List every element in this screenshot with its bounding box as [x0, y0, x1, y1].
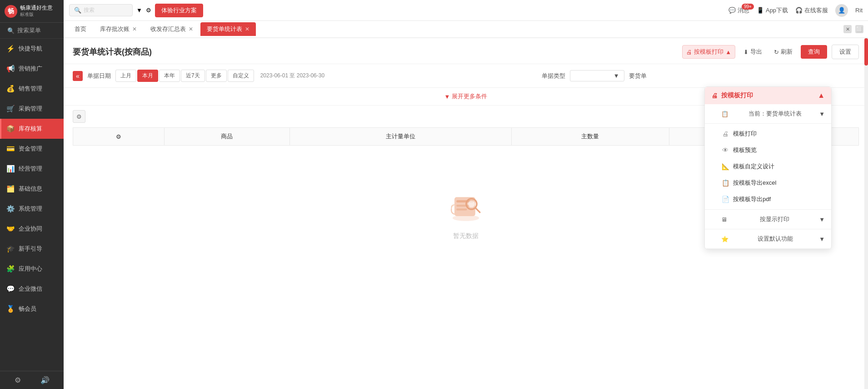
sidebar-item-member[interactable]: 🏅 畅会员	[0, 299, 64, 319]
maximize-window-button[interactable]: ⬜	[855, 25, 863, 33]
sidebar-item-marketing[interactable]: 📢 营销推广	[0, 59, 64, 79]
nav-label-finance: 资金管理	[19, 145, 42, 153]
header-dropdown-icon[interactable]: ▼	[136, 7, 142, 14]
settings-button[interactable]: 设置	[832, 45, 859, 59]
print-dropdown-chevron: ▲	[818, 91, 825, 100]
sidebar-item-inventory[interactable]: 📦 库存核算	[0, 119, 64, 139]
gear-icon: ⚙	[76, 113, 82, 120]
date-filter-last_7_days[interactable]: 近7天	[181, 70, 205, 82]
print-item-template_print[interactable]: 🖨 模板打印	[705, 126, 831, 142]
sidebar-item-appstore[interactable]: 🧩 应用中心	[0, 259, 64, 279]
nav-icon-sales: 💰	[6, 84, 15, 93]
date-filter-last_month[interactable]: 上月	[115, 70, 136, 82]
print-item-icon-template_design: 📐	[721, 163, 729, 170]
date-filter-this_year[interactable]: 本年	[159, 70, 180, 82]
expand-chevron-icon: ▼	[444, 93, 450, 100]
settings-bottom-icon[interactable]: ⚙	[15, 376, 21, 384]
date-filter-more[interactable]: 更多	[206, 70, 227, 82]
sidebar-item-purchase[interactable]: 🛒 采购管理	[0, 99, 64, 119]
app-version: 标准版	[20, 11, 53, 18]
display-print-label: 按显示打印	[760, 215, 789, 223]
export-button[interactable]: ⬇ 导出	[740, 45, 766, 58]
export-label: 导出	[750, 48, 762, 56]
nav-icon-appstore: 🧩	[6, 264, 15, 273]
export-icon: ⬇	[743, 49, 748, 56]
sidebar-item-finance[interactable]: 💳 资金管理	[0, 139, 64, 159]
goods-label: 要货单	[629, 72, 647, 80]
print-item-label-template_print: 模板打印	[733, 130, 757, 138]
empty-text: 暂无数据	[453, 232, 479, 240]
app-name: 畅康通好生意	[20, 5, 53, 12]
refresh-label: 刷新	[781, 48, 793, 56]
scrollbar-thumb[interactable]	[864, 38, 868, 66]
svg-point-6	[468, 201, 475, 207]
sidebar-item-wechat[interactable]: 💬 企业微信	[0, 279, 64, 299]
logo-icon: 畅	[5, 5, 17, 18]
sidebar-item-system[interactable]: ⚙️ 系统管理	[0, 199, 64, 219]
nav-label-system: 系统管理	[19, 205, 42, 213]
sidebar-search[interactable]: 🔍 搜索菜单	[0, 23, 64, 39]
download-icon: 📱	[757, 7, 764, 14]
nav-label-wechat: 企业微信	[19, 285, 42, 293]
header-settings-icon[interactable]: ⚙	[146, 7, 151, 14]
print-item-icon-export_pdf: 📄	[721, 196, 729, 203]
industry-solution-button[interactable]: 体验行业方案	[155, 4, 203, 17]
print-header-icon: 🖨	[711, 92, 718, 99]
current-template-header[interactable]: 📋 当前：要货单统计表 ▼	[705, 106, 831, 121]
print-item-export_pdf[interactable]: 📄 按模板导出pdf	[705, 191, 831, 207]
app-download-button[interactable]: 📱 App下载	[757, 6, 788, 15]
print-item-label-template_preview: 模板预览	[733, 146, 757, 154]
print-template-button[interactable]: 🖨 按模板打印 ▲	[682, 45, 735, 59]
tab-order_stats[interactable]: 要货单统计表✕	[200, 22, 256, 36]
sidebar-search-label: 搜索菜单	[17, 26, 41, 35]
nav-icon-system: ⚙️	[6, 204, 15, 213]
nav-icon-wechat: 💬	[6, 284, 15, 293]
col-header-unit: 主计量单位	[289, 128, 511, 146]
default-func-header[interactable]: ⭐ 设置默认功能 ▼	[705, 231, 831, 247]
print-item-template_design[interactable]: 📐 模板自定义设计	[705, 158, 831, 175]
expand-more-button[interactable]: ▼ 展开更多条件	[441, 91, 491, 102]
tab-home[interactable]: 首页	[68, 22, 93, 36]
user-avatar[interactable]: 👤	[835, 4, 848, 17]
vertical-scrollbar[interactable]	[864, 38, 868, 389]
tab-close-inventory_batch[interactable]: ✕	[132, 26, 137, 32]
nav-label-basic: 基础信息	[19, 185, 42, 193]
column-settings-button[interactable]: ⚙	[73, 110, 85, 123]
sidebar-item-newcomer[interactable]: 🎓 新手引导	[0, 239, 64, 259]
refresh-button[interactable]: ↻ 刷新	[770, 45, 796, 58]
sidebar-item-shortcut[interactable]: ⚡ 快捷导航	[0, 39, 64, 59]
tab-collect_summary[interactable]: 收发存汇总表✕	[144, 22, 200, 36]
nav-icon-basic: 🗂️	[6, 184, 15, 193]
date-filter-group: 上月本月本年近7天更多自定义	[115, 70, 254, 82]
print-item-export_excel[interactable]: 📋 按模板导出excel	[705, 175, 831, 191]
tab-close-order_stats[interactable]: ✕	[245, 26, 249, 32]
date-filter-custom[interactable]: 自定义	[228, 70, 254, 82]
nav-label-marketing: 营销推广	[19, 65, 42, 73]
nav-label-inventory: 库存核算	[19, 125, 42, 133]
order-type-select[interactable]: ▼	[570, 70, 624, 81]
tab-inventory_batch[interactable]: 库存批次账✕	[94, 22, 143, 36]
nav-icon-operations: 📊	[6, 164, 15, 173]
messages-button[interactable]: 💬 消息 99+	[728, 6, 749, 15]
sidebar-item-sales[interactable]: 💰 销售管理	[0, 79, 64, 99]
col-header-product: 商品	[164, 128, 289, 146]
sidebar-item-operations[interactable]: 📊 经营管理	[0, 159, 64, 179]
print-item-template_preview[interactable]: 👁 模板预览	[705, 142, 831, 158]
nav-label-purchase: 采购管理	[19, 105, 42, 113]
sidebar-item-enterprise[interactable]: 🤝 企业协同	[0, 219, 64, 239]
header-search-box[interactable]: 🔍 搜索	[69, 4, 133, 16]
default-func-icon: ⭐	[721, 236, 728, 242]
header-right: 💬 消息 99+ 📱 App下载 🎧 在线客服 👤 Rit	[728, 4, 863, 17]
filter-collapse-button[interactable]: «	[73, 71, 83, 81]
nav-icon-enterprise: 🤝	[6, 224, 15, 233]
print-dropdown-header[interactable]: 🖨 按模板打印 ▲	[705, 87, 831, 104]
online-service-button[interactable]: 🎧 在线客服	[795, 6, 828, 15]
display-print-header[interactable]: 🖥 按显示打印 ▼	[705, 212, 831, 227]
date-filter-current_month[interactable]: 本月	[137, 70, 158, 82]
sidebar-item-basic[interactable]: 🗂️ 基础信息	[0, 179, 64, 199]
tab-close-collect_summary[interactable]: ✕	[189, 26, 193, 32]
volume-bottom-icon[interactable]: 🔊	[40, 376, 50, 384]
close-window-button[interactable]: ✕	[843, 25, 852, 33]
query-button[interactable]: 查询	[801, 45, 827, 59]
default-func-label: 设置默认功能	[758, 235, 793, 243]
